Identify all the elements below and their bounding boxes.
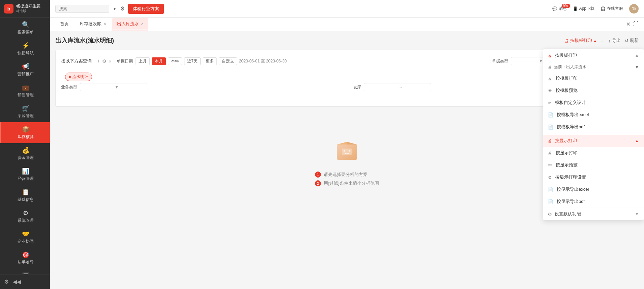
sidebar-item-basics[interactable]: 📋 基础信息 [0,185,50,206]
dp-section2-header[interactable]: 🖨 按显示打印 ▲ [543,135,644,147]
dp-excel-icon: 📄 [548,112,553,117]
sidebar-item-search[interactable]: 🔍 搜索菜单 [0,18,50,38]
dp-header: 🖨 按模板打印 ▲ [543,49,644,62]
dp-item-label: 按显示导出excel [557,186,589,192]
empty-tips: 1 请先选择要分析的方案 2 用[过滤]条件来缩小分析范围 [315,172,379,186]
tab-flow[interactable]: 出入库流水 ✕ [112,18,148,30]
dp-item-template-print[interactable]: 🖨 按模板打印 [543,72,644,84]
date-btn-7days[interactable]: 近7天 [184,57,201,65]
dp-item-label: 按模板打印 [556,75,578,81]
dp-printer2-icon: 🖨 [548,76,552,81]
sidebar-item-finance[interactable]: 💰 资金管理 [0,143,50,164]
filter-add-icon[interactable]: + [97,58,100,64]
filter-chip-flow[interactable]: 流水明细 [65,73,92,81]
svg-marker-2 [347,142,357,144]
sidebar-item-operations[interactable]: 📊 经营管理 [0,164,50,185]
sidebar-item-collab[interactable]: 🤝 企业协同 [0,227,50,248]
messages-badge: 99+ [562,4,570,8]
user-avatar[interactable]: Rit [629,4,639,14]
messages-button[interactable]: 💬 消息 99+ [552,6,567,11]
dp-item-template-custom[interactable]: ✏ 模板自定义设计 [543,97,644,109]
dp-item-display-excel[interactable]: 📄 按显示导出excel [543,183,644,195]
date-btn-custom[interactable]: 自定义 [219,57,237,65]
dp-item-template-preview[interactable]: 👁 按模板预览 [543,84,644,97]
actions-more-icon[interactable]: ··· [601,38,605,43]
sidebar-item-purchase[interactable]: 🛒 采购管理 [0,101,50,122]
date-btn-last-month[interactable]: 上月 [136,57,150,65]
tabbar: 首页 库存批次账 ✕ 出入库流水 ✕ ✕ ⛶ [50,18,644,31]
tab-close-all-icon[interactable]: ✕ [626,21,631,27]
dp-header-arrow-icon[interactable]: ▲ [635,53,639,58]
sidebar-item-sales[interactable]: 💼 销售管理 [0,80,50,101]
dp-item-display-print[interactable]: 🖨 按显示打印 [543,147,644,159]
dp-item-template-excel[interactable]: 📄 按模板导出excel [543,109,644,121]
dp-item-label: 按显示打印设置 [555,174,586,180]
dp-section-toggle-icon[interactable]: ▲ [635,138,639,143]
app-download-button[interactable]: 📱 App下载 [573,6,594,11]
dp-settings-icon: ⚙ [548,175,552,180]
filter-collapse-icon[interactable]: « [109,58,111,64]
box-icon: 📦 [22,126,29,133]
sidebar-item-marketing[interactable]: 📢 营销推广 [0,59,50,80]
dp-item-label: 模板自定义设计 [555,100,586,106]
warehouse-more-icon[interactable]: ··· [399,85,428,89]
dp-printer-icon: 🖨 [548,53,552,58]
app-version: 标准版 [16,9,40,14]
dp-item-display-settings[interactable]: ⚙ 按显示打印设置 [543,171,644,183]
footer-collapse-icon[interactable]: ◀◀ [13,279,21,285]
dp-printer3-icon: 🖨 [548,138,552,143]
tab-flow-close-icon[interactable]: ✕ [141,22,144,26]
warehouse-dropdown[interactable]: ··· [364,83,431,91]
tab-expand-icon[interactable]: ⛶ [633,21,639,27]
dropdown-arrow-icon[interactable]: ▼ [113,6,117,11]
sidebar-logo: b 畅捷通好生意 标准版 [0,0,50,18]
biztype-dropdown-arrow-icon: ▼ [115,85,144,89]
footer-settings-icon[interactable]: ⚙ [4,279,9,285]
tab-batch-close-icon[interactable]: ✕ [104,22,106,26]
warehouse-field-label: 仓库 [353,84,361,90]
refresh-button[interactable]: ↺ 刷新 [625,37,639,44]
dp-item-template-pdf[interactable]: 📄 按模板导出pdf [543,121,644,133]
dp-current-arrow-icon[interactable]: ▼ [635,65,639,70]
empty-illustration [330,131,364,165]
handshake-icon: 🤝 [22,230,29,238]
tab-home[interactable]: 首页 [55,18,74,30]
dp-footer[interactable]: ⚙ 设置默认功能 ▼ [543,208,644,220]
trial-button[interactable]: 体验行业方案 [128,4,164,14]
topbar-settings-icon[interactable]: ⚙ [120,5,125,12]
online-service-label: 在线客服 [607,6,623,11]
online-service-button[interactable]: 🎧 在线客服 [601,6,623,11]
sidebar-item-inventory[interactable]: 📦 库存核算 [0,122,50,143]
phone-icon: 📱 [573,6,578,11]
sidebar-item-label: 企业协同 [18,239,34,244]
date-group: 上月 本月 本年 近7天 更多 自定义 2023-06-01 至 2023-06… [136,57,287,65]
dp-item-display-pdf[interactable]: 📄 按显示导出pdf [543,195,644,208]
export-label: 导出 [612,37,621,44]
chip-dot [69,76,71,78]
sidebar-item-shortcut[interactable]: ⚡ 快捷导航 [0,38,50,59]
tab-batch[interactable]: 库存批次账 ✕ [75,18,111,30]
dp-edit-icon: ✏ [548,100,552,105]
date-btn-this-year[interactable]: 本年 [168,57,182,65]
date-btn-more[interactable]: 更多 [203,57,217,65]
date-btn-this-month[interactable]: 本月 [152,57,166,65]
sidebar-item-apps[interactable]: 🔲 应用中心 [0,269,50,274]
dp-current: 🖨 当前：出入库流水 ▼ [543,62,644,72]
sidebar-item-system[interactable]: ⚙ 系统管理 [0,206,50,227]
sidebar-item-label: 搜索菜单 [18,29,34,35]
biztype-dropdown[interactable]: ▼ [80,83,147,91]
tab-flow-label: 出入库流水 [117,21,139,27]
sidebar-item-label: 系统管理 [18,218,34,224]
filter-settings-icon[interactable]: ⚙ [102,58,107,64]
sidebar-nav: 🔍 搜索菜单 ⚡ 快捷导航 📢 营销推广 💼 销售管理 🛒 采购管理 📦 库存核… [0,18,50,274]
export-button[interactable]: ↑ 导出 [609,37,621,44]
dp-item-display-preview[interactable]: 👁 按显示预览 [543,159,644,171]
template-print-button[interactable]: 🖨 按模板打印 ▲ [564,37,597,44]
sidebar-item-guide[interactable]: 🎯 新手引导 [0,248,50,269]
app-download-label: App下载 [579,6,594,11]
sidebar-item-label: 库存核算 [18,134,34,140]
search-input[interactable] [55,5,109,13]
sidebar-item-label: 快捷导航 [18,50,34,56]
dp-item-label: 按模板导出excel [557,112,589,118]
tab-home-label: 首页 [60,21,69,27]
